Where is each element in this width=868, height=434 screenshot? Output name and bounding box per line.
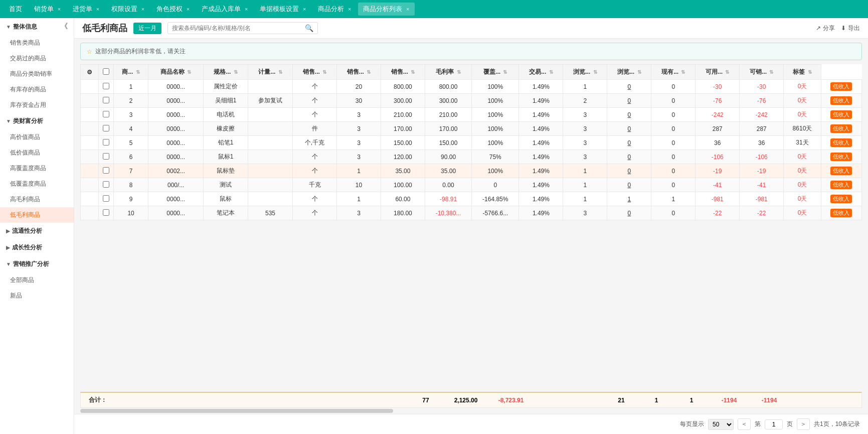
col-available-header[interactable]: 可用... ⇅: [696, 65, 740, 80]
export-button[interactable]: ⬇ 导出: [841, 24, 860, 33]
sidebar-item-all-goods[interactable]: 全部商品: [0, 272, 74, 288]
page-size-select[interactable]: 50 100 200: [708, 419, 734, 430]
col-tag-header[interactable]: 标签 ⇅: [784, 65, 821, 80]
row-checkbox[interactable]: [103, 111, 109, 117]
tag-badge: 低收入: [830, 138, 852, 147]
col-browse1-cell: 0: [607, 206, 651, 220]
nav-item-home[interactable]: 首页: [4, 3, 27, 16]
sidebar-item-high-coverage[interactable]: 高覆盖度商品: [0, 161, 74, 176]
sidebar-group-wealth[interactable]: ▼ 类财富分析: [0, 113, 74, 129]
nav-item-products[interactable]: 产成品入库单 ×: [197, 3, 253, 16]
col-tag-cell: 低收入: [821, 178, 861, 192]
browse1-link[interactable]: 1: [628, 196, 631, 203]
row-checkbox[interactable]: [103, 139, 109, 146]
col-check-cell[interactable]: [99, 108, 114, 122]
col-settings-header[interactable]: ⚙: [81, 65, 99, 80]
col-browse1-header[interactable]: 浏览... ⇅: [563, 65, 607, 80]
sidebar-item-stock-goods[interactable]: 有库存的商品: [0, 82, 74, 97]
close-icon[interactable]: ×: [245, 6, 248, 12]
row-checkbox[interactable]: [103, 97, 109, 103]
select-all-checkbox[interactable]: [103, 68, 109, 75]
col-coverage-header[interactable]: 覆盖... ⇅: [472, 65, 519, 80]
table-container[interactable]: ⚙ 商... ⇅ 商品名称 ⇅ 规格... ⇅ 计量... ⇅ 销售... ⇅ …: [80, 64, 862, 392]
sidebar-group-circulation[interactable]: ▶ 流通性分析: [0, 223, 74, 239]
col-check-cell[interactable]: [99, 122, 114, 136]
row-checkbox[interactable]: [103, 167, 109, 174]
nav-item-analysis-list[interactable]: 商品分析列表 ×: [358, 3, 414, 16]
sidebar-group-overall[interactable]: ▼ 整体信息 《: [0, 18, 74, 35]
nav-item-analysis[interactable]: 商品分析 ×: [313, 3, 356, 16]
col-gross-margin-header[interactable]: 毛利率 ⇅: [425, 65, 471, 80]
sidebar-item-category-rate[interactable]: 商品分类助销率: [0, 66, 74, 82]
date-filter-button[interactable]: 近一月: [133, 23, 161, 34]
close-icon[interactable]: ×: [141, 6, 144, 12]
sidebar-item-high-value[interactable]: 高价值商品: [0, 129, 74, 145]
close-icon[interactable]: ×: [348, 6, 351, 12]
search-icon[interactable]: 🔍: [305, 24, 313, 32]
next-page-button[interactable]: ＞: [797, 418, 810, 430]
row-checkbox[interactable]: [103, 153, 109, 160]
col-browse1-cell[interactable]: 1: [607, 192, 651, 206]
sort-icon: ⇅: [457, 69, 461, 75]
nav-item-roles[interactable]: 角色授权 ×: [151, 3, 195, 16]
col-check-header[interactable]: [99, 65, 114, 80]
col-current-stock-header[interactable]: 现有... ⇅: [651, 65, 696, 80]
prev-page-button[interactable]: ＜: [738, 418, 751, 430]
nav-item-permissions[interactable]: 权限设置 ×: [106, 3, 149, 16]
col-name-cell: 属性定价: [204, 80, 248, 94]
close-icon[interactable]: ×: [187, 6, 190, 12]
sidebar-group-growth[interactable]: ▶ 成长性分析: [0, 239, 74, 256]
search-input[interactable]: [172, 25, 305, 32]
col-browse2-cell: 0: [651, 94, 696, 108]
row-checkbox[interactable]: [103, 181, 109, 188]
sidebar-item-sales-goods[interactable]: 销售类商品: [0, 35, 74, 51]
col-check-cell[interactable]: [99, 136, 114, 150]
col-browse2-cell: 0: [651, 80, 696, 94]
page-input[interactable]: [765, 419, 783, 429]
col-trade-header[interactable]: 交易... ⇅: [519, 65, 563, 80]
col-check-cell[interactable]: [99, 80, 114, 94]
nav-item-sales[interactable]: 销货单 ×: [29, 3, 66, 16]
sidebar-item-traded-goods[interactable]: 交易过的商品: [0, 51, 74, 66]
horizontal-scrollbar[interactable]: [80, 408, 862, 414]
col-sales-profit-header[interactable]: 销售... ⇅: [381, 65, 425, 80]
col-check-cell[interactable]: [99, 150, 114, 164]
col-code-cell: 0000...: [148, 150, 204, 164]
close-icon[interactable]: ×: [58, 6, 61, 12]
sidebar-item-low-coverage[interactable]: 低覆盖度商品: [0, 176, 74, 192]
sidebar-item-new-goods[interactable]: 新品: [0, 288, 74, 304]
col-check-cell[interactable]: [99, 164, 114, 178]
row-checkbox[interactable]: [103, 125, 109, 131]
col-check-cell[interactable]: [99, 178, 114, 192]
close-icon[interactable]: ×: [406, 6, 409, 12]
nav-item-purchase[interactable]: 进货单 ×: [68, 3, 104, 16]
col-spec-header[interactable]: 规格... ⇅: [204, 65, 248, 80]
col-browse2-header[interactable]: 浏览... ⇅: [607, 65, 651, 80]
scrollbar-thumb[interactable]: [80, 409, 393, 413]
sidebar-item-low-margin[interactable]: 低毛利商品: [0, 207, 74, 223]
close-icon[interactable]: ×: [96, 6, 99, 12]
col-code-header[interactable]: 商... ⇅: [114, 65, 148, 80]
col-sales-price-header[interactable]: 销售... ⇅: [337, 65, 381, 80]
share-button[interactable]: ↗ 分享: [816, 24, 835, 33]
sidebar-item-high-margin[interactable]: 高毛利商品: [0, 192, 74, 207]
close-icon[interactable]: ×: [303, 6, 306, 12]
sidebar-item-low-value[interactable]: 低价值商品: [0, 145, 74, 161]
col-check-cell[interactable]: [99, 206, 114, 220]
col-check-cell[interactable]: [99, 94, 114, 108]
sidebar-item-stock-capital[interactable]: 库存资金占用: [0, 97, 74, 113]
col-saleable-header[interactable]: 可销... ⇅: [740, 65, 784, 80]
table-row: 1 0000... 属性定价 个 20 800.00 800.00 100% 1…: [81, 80, 862, 94]
row-checkbox[interactable]: [103, 209, 109, 216]
row-checkbox[interactable]: [103, 83, 109, 89]
col-name-header[interactable]: 商品名称 ⇅: [148, 65, 204, 80]
page-suffix: 页: [787, 420, 793, 428]
sidebar-group-marketing[interactable]: ▼ 营销推广分析: [0, 256, 74, 272]
nav-item-templates[interactable]: 单据模板设置 ×: [255, 3, 311, 16]
row-checkbox[interactable]: [103, 195, 109, 202]
col-sales-qty-header[interactable]: 销售... ⇅: [293, 65, 337, 80]
col-unit-header[interactable]: 计量... ⇅: [248, 65, 293, 80]
col-check-cell[interactable]: [99, 192, 114, 206]
col-saleable-cell: 0天: [784, 206, 821, 220]
collapse-icon[interactable]: 《: [61, 22, 68, 31]
